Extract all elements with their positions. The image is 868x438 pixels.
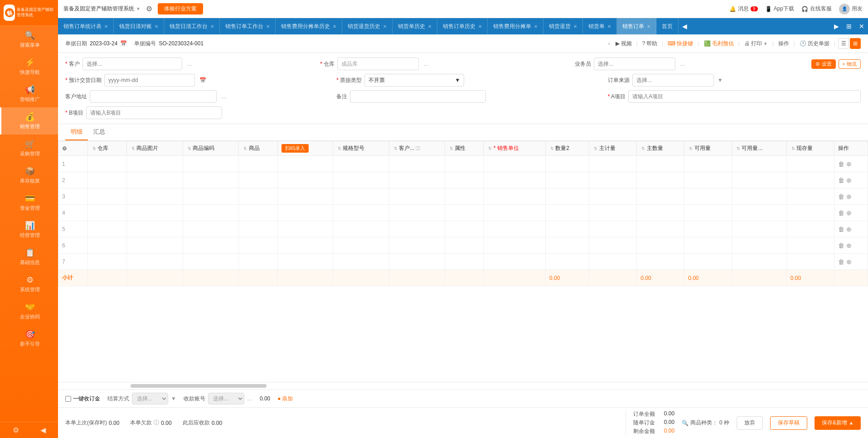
sidebar-item-4[interactable]: 🛒 采购管理 — [0, 135, 58, 162]
nav-tab-5[interactable]: 销售订单历史✕ — [437, 18, 488, 34]
sidebar-item-9[interactable]: ⚙ 系统管理 — [0, 270, 58, 298]
delete-icon-1[interactable]: 🗑 — [838, 160, 844, 168]
scroll-thumb[interactable] — [131, 384, 267, 388]
settings-quick-btn[interactable]: ⚙ 设置 — [811, 59, 835, 69]
nav-tab-9[interactable]: 销售订单工作台✕ — [220, 18, 276, 34]
grid-view-btn[interactable]: ⊞ — [850, 38, 861, 49]
save-new-btn[interactable]: 保存&新增 ▲ — [815, 416, 861, 430]
customer-dots[interactable]: … — [187, 61, 192, 67]
collapse-icon[interactable]: ◀ — [40, 426, 46, 434]
nav-next-arrow[interactable]: ▶ — [830, 18, 843, 34]
invoice-type-select[interactable]: 不开票 ▼ — [364, 74, 464, 87]
calendar-icon[interactable]: 📅 — [120, 40, 127, 47]
abandon-btn[interactable]: 放弃 — [737, 416, 763, 430]
solution-btn[interactable]: 体验行业方案 — [158, 3, 203, 14]
order-source-input[interactable] — [632, 74, 714, 87]
operation-btn[interactable]: 操作 — [776, 39, 791, 48]
notifications-btn[interactable]: 🔔 消息 9 — [729, 5, 758, 13]
customer-address-input[interactable] — [90, 90, 217, 103]
copy-icon-6[interactable]: ⊕ — [846, 242, 852, 249]
customer-input[interactable] — [82, 58, 182, 70]
nav-tab-close-9[interactable]: ✕ — [266, 24, 270, 29]
remark-input[interactable] — [350, 90, 486, 103]
print-btn[interactable]: 🖨 打印 ▼ — [742, 39, 770, 48]
nav-tab-close-11[interactable]: ✕ — [155, 24, 158, 29]
account-select[interactable]: 选择... — [208, 393, 244, 404]
one-click-checkbox[interactable] — [65, 396, 71, 402]
sidebar-item-5[interactable]: 📦 库存核算 — [0, 162, 58, 189]
delivery-calendar-icon[interactable]: 📅 — [199, 77, 206, 83]
b-project-input[interactable] — [86, 106, 222, 119]
save-draft-btn[interactable]: 保存草稿 — [770, 416, 807, 430]
copy-icon-5[interactable]: ⊕ — [846, 226, 852, 233]
sidebar-item-6[interactable]: 💳 资金管理 — [0, 189, 58, 216]
th-settings[interactable]: ⚙ — [58, 141, 88, 156]
one-click-payment[interactable]: 一键收订金 — [65, 395, 100, 403]
copy-icon-2[interactable]: ⊕ — [846, 177, 852, 184]
nav-prev-arrow[interactable]: ◀ — [679, 18, 691, 34]
table-wrapper[interactable]: ⚙⇅ 仓库⇅ 商品图片⇅ 商品编码⇅ 商品扫码录入⇅ 规格型号⇅ 客户... ⓘ… — [58, 141, 868, 382]
add-item-btn[interactable]: + 物流 — [839, 59, 861, 69]
list-view-btn[interactable]: ☰ — [838, 38, 849, 49]
nav-tab-close-5[interactable]: ✕ — [478, 24, 482, 29]
delete-icon-2[interactable]: 🗑 — [838, 177, 844, 184]
nav-tab-close-1[interactable]: ✕ — [647, 24, 650, 29]
app-download-btn[interactable]: 📱 App下载 — [765, 5, 794, 13]
delete-icon-4[interactable]: 🗑 — [838, 209, 844, 217]
nav-tab-close-3[interactable]: ✕ — [573, 24, 577, 29]
a-project-input[interactable] — [628, 90, 861, 103]
sidebar-item-10[interactable]: 🤝 企业协同 — [0, 298, 58, 325]
nav-tab-close-4[interactable]: ✕ — [534, 24, 538, 29]
nav-tab-close-8[interactable]: ✕ — [333, 24, 336, 29]
nav-tab-11[interactable]: 钱货日清对账✕ — [114, 18, 164, 34]
copy-icon-1[interactable]: ⊕ — [846, 160, 852, 168]
nav-tab-1[interactable]: 销售订单✕ — [617, 18, 656, 34]
detail-tab-0[interactable]: 明细 — [65, 124, 88, 140]
delivery-date-input[interactable] — [104, 74, 195, 87]
th-scan[interactable]: 扫码录入 — [278, 141, 333, 156]
sidebar-item-0[interactable]: 🔍 搜索菜单 — [0, 26, 58, 53]
nav-tab-8[interactable]: 销售费用分摊单历史✕ — [276, 18, 342, 34]
order-source-dots[interactable]: ▼ — [718, 77, 723, 83]
nav-tab-close-7[interactable]: ✕ — [383, 24, 387, 29]
user-menu[interactable]: 👤 用友 — [839, 4, 863, 14]
nav-tab-12[interactable]: 销售订单统计表✕ — [58, 18, 114, 34]
payment-method-select[interactable]: 选择... — [132, 393, 168, 404]
delete-icon-3[interactable]: 🗑 — [838, 193, 844, 200]
nav-tab-7[interactable]: 销货退货历史✕ — [342, 18, 393, 34]
nav-tab-0[interactable]: 首页 — [656, 18, 679, 34]
topbar-settings-icon[interactable]: ⚙ — [146, 5, 152, 13]
settings-icon[interactable]: ⚙ — [13, 426, 19, 434]
online-service-btn[interactable]: 🎧 在线客服 — [801, 5, 832, 13]
warehouse-input[interactable] — [337, 58, 419, 70]
sidebar-item-3[interactable]: 💰 销售管理 — [0, 107, 58, 135]
delete-icon-5[interactable]: 🗑 — [838, 226, 844, 233]
address-dots[interactable]: … — [221, 93, 227, 100]
shortcut-btn[interactable]: ⌨ 快捷键 — [666, 39, 695, 48]
copy-icon-3[interactable]: ⊕ — [846, 193, 852, 200]
nav-tab-4[interactable]: 销售费用分摊单✕ — [488, 18, 543, 34]
sidebar-item-11[interactable]: 🎯 新手引导 — [0, 325, 58, 352]
sidebar-item-7[interactable]: 📊 经营管理 — [0, 216, 58, 243]
warehouse-dots[interactable]: … — [423, 61, 429, 67]
view-btn[interactable]: ▶ 视频 — [614, 39, 634, 48]
footer-add-btn[interactable]: ● 添加 — [277, 395, 292, 403]
scan-btn[interactable]: 扫码录入 — [281, 144, 309, 153]
sidebar-item-2[interactable]: 📢 营销推广 — [0, 80, 58, 107]
nav-tab-10[interactable]: 钱货日清工作台✕ — [164, 18, 220, 34]
nav-tab-close-6[interactable]: ✕ — [428, 24, 432, 29]
staff-dots[interactable]: … — [680, 61, 685, 67]
table-settings-icon[interactable]: ⚙ — [62, 145, 67, 152]
detail-tab-1[interactable]: 汇总 — [88, 124, 111, 140]
copy-icon-7[interactable]: ⊕ — [846, 258, 852, 265]
profit-btn[interactable]: 💹 毛利预估 — [702, 39, 736, 48]
sidebar-item-8[interactable]: 📋 基础信息 — [0, 243, 58, 270]
nav-tab-6[interactable]: 销货单历史✕ — [393, 18, 437, 34]
staff-input[interactable] — [594, 58, 675, 70]
nav-expand-arrow[interactable]: ⊞ — [843, 18, 855, 34]
history-btn[interactable]: 🕐 历史单据 — [798, 39, 831, 48]
delete-icon-7[interactable]: 🗑 — [838, 258, 844, 265]
sidebar-item-1[interactable]: ⚡ 快捷导航 — [0, 53, 58, 80]
nav-tab-2[interactable]: 销货单✕ — [583, 18, 617, 34]
nav-tab-3[interactable]: 销货退货✕ — [543, 18, 583, 34]
